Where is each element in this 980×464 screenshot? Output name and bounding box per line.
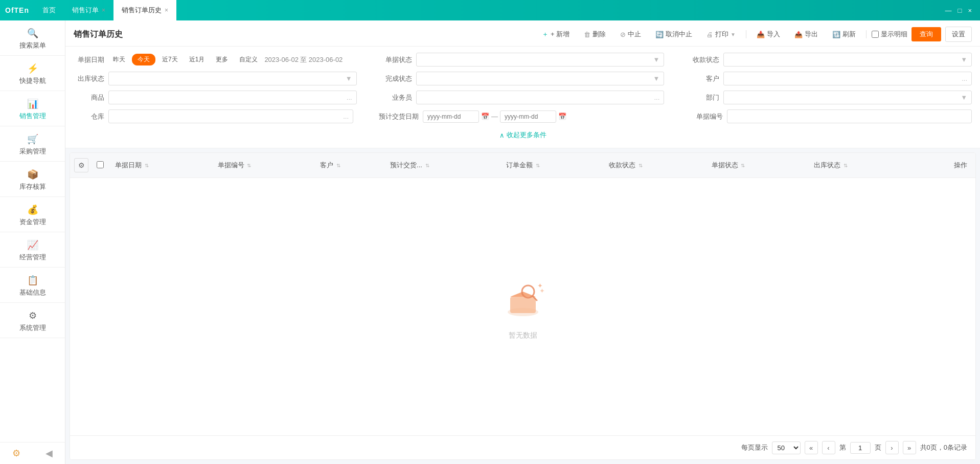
prev-page-button[interactable]: ‹ — [822, 441, 835, 454]
sidebar-item-purchase-label: 采购管理 — [19, 147, 46, 156]
goods-input[interactable]: ... — [108, 91, 357, 104]
sidebar-item-sales[interactable]: 📊 销售管理 — [0, 91, 65, 126]
next-page-button[interactable]: › — [885, 441, 899, 454]
date-btn-custom[interactable]: 自定义 — [235, 54, 262, 65]
search-menu-icon: 🔍 — [27, 28, 38, 39]
show-detail-checkbox[interactable] — [872, 31, 879, 38]
sidebar-item-inventory[interactable]: 📦 库存核算 — [0, 162, 65, 197]
content-area: 销售订单历史 ＋ + 新增 🗑 删除 ⊘ 中止 🔄 取消中止 — [65, 20, 980, 464]
sidebar-item-operations[interactable]: 📈 经营管理 — [0, 232, 65, 268]
table-settings-icon[interactable]: ⚙ — [74, 158, 88, 172]
goods-dots-icon[interactable]: ... — [347, 94, 352, 101]
delivery-end-cal-icon[interactable]: 📅 — [558, 113, 566, 120]
salesperson-input[interactable]: ... — [416, 91, 665, 104]
th-receipt-label: 收款状态 — [609, 161, 635, 169]
th-bill-status-sort-icon[interactable]: ⇅ — [741, 163, 745, 168]
complete-status-control: ▼ — [416, 72, 665, 85]
date-btn-today[interactable]: 今天 — [132, 54, 155, 65]
export-button[interactable]: 📤 导出 — [789, 27, 823, 41]
system-icon: ⚙ — [29, 310, 37, 321]
warehouse-dots-icon[interactable]: ... — [343, 113, 349, 120]
warehouse-input[interactable]: ... — [108, 109, 353, 123]
refresh-button[interactable]: 🔃 刷新 — [827, 27, 861, 41]
date-btn-7days[interactable]: 近7天 — [157, 54, 183, 65]
tab-sales-order[interactable]: 销售订单 × — [64, 0, 113, 20]
th-amount-sort-icon[interactable]: ⇅ — [536, 163, 540, 168]
complete-status-select[interactable]: ▼ — [416, 72, 665, 85]
close-tab-sales-order-icon[interactable]: × — [102, 7, 105, 14]
collapse-arrow-icon: ∧ — [499, 131, 505, 139]
th-receipt: 收款状态 ⇅ — [605, 153, 708, 178]
th-bill-status: 单据状态 ⇅ — [708, 153, 810, 178]
maximize-icon[interactable]: □ — [958, 7, 962, 14]
sidebar-item-base[interactable]: 📋 基础信息 — [0, 268, 65, 303]
query-button[interactable]: 查询 — [911, 27, 941, 41]
per-page-label: 每页显示 — [741, 443, 768, 452]
svg-text:✦: ✦ — [539, 287, 545, 295]
stop-button[interactable]: ⊘ 中止 — [615, 27, 646, 41]
date-btn-1month[interactable]: 近1月 — [185, 54, 210, 65]
th-delivery-sort-icon[interactable]: ⇅ — [425, 163, 429, 168]
th-customer: 客户 ⇅ — [316, 153, 386, 178]
sidebar-item-search-menu-label: 搜索菜单 — [19, 41, 46, 50]
close-tab-history-icon[interactable]: × — [165, 7, 168, 14]
date-btn-more[interactable]: 更多 — [211, 54, 233, 65]
delete-icon: 🗑 — [584, 31, 590, 38]
th-out-status-sort-icon[interactable]: ⇅ — [844, 163, 848, 168]
page-number-input[interactable] — [850, 442, 871, 454]
per-page-select[interactable]: 50 10 20 100 — [772, 441, 801, 454]
sidebar-item-finance[interactable]: 💰 资金管理 — [0, 197, 65, 232]
date-btn-yesterday[interactable]: 昨天 — [108, 54, 130, 65]
toolbar-divider — [746, 30, 746, 38]
tab-sales-order-history[interactable]: 销售订单历史 × — [113, 0, 176, 20]
out-status-select[interactable]: ▼ — [108, 72, 357, 85]
th-customer-sort-icon[interactable]: ⇅ — [336, 163, 340, 168]
total-records: 共0页，0条记录 — [920, 443, 967, 452]
sidebar-item-system[interactable]: ⚙ 系统管理 — [0, 303, 65, 338]
th-date: 单据日期 ⇅ — [111, 153, 214, 178]
delete-button[interactable]: 🗑 删除 — [579, 27, 611, 41]
empty-text: 暂无数据 — [509, 331, 537, 340]
th-receipt-sort-icon[interactable]: ⇅ — [639, 163, 643, 168]
customer-dots-icon[interactable]: ... — [962, 75, 967, 82]
bill-no-input[interactable] — [727, 109, 972, 123]
th-no-sort-icon[interactable]: ⇅ — [247, 163, 251, 168]
new-button[interactable]: ＋ + 新增 — [537, 27, 575, 41]
tab-home[interactable]: 首页 — [34, 0, 64, 20]
out-status-control: ▼ — [108, 72, 357, 85]
import-button[interactable]: 📥 导入 — [751, 27, 785, 41]
print-button[interactable]: 🖨 打印 ▼ — [701, 27, 741, 41]
bill-no-label: 单据编号 — [692, 112, 723, 121]
salesperson-dots-icon[interactable]: ... — [654, 94, 660, 101]
warehouse-control: ... — [108, 109, 353, 123]
close-window-icon[interactable]: × — [968, 7, 972, 14]
dept-select[interactable]: ▼ — [723, 91, 972, 104]
th-date-sort-icon[interactable]: ⇅ — [145, 163, 149, 168]
sidebar-item-purchase[interactable]: 🛒 采购管理 — [0, 126, 65, 162]
first-page-button[interactable]: « — [805, 441, 818, 454]
print-icon: 🖨 — [706, 31, 713, 38]
sidebar-item-search-menu[interactable]: 🔍 搜索菜单 — [0, 20, 65, 56]
sidebar-settings-icon[interactable]: ⚙ — [12, 448, 20, 459]
bill-status-label: 单据状态 — [381, 55, 412, 64]
sidebar-item-quick-nav[interactable]: ⚡ 快捷导航 — [0, 56, 65, 91]
stop-icon: ⊘ — [620, 31, 626, 38]
delivery-date-start-input[interactable] — [423, 111, 479, 123]
cancel-stop-button[interactable]: 🔄 取消中止 — [650, 27, 697, 41]
sidebar-collapse-icon[interactable]: ◀ — [45, 448, 53, 459]
receipt-status-select[interactable]: ▼ — [723, 53, 972, 67]
bill-status-select[interactable]: ▼ — [416, 53, 665, 67]
tab-home-label: 首页 — [42, 6, 56, 15]
delivery-date-end-input[interactable] — [500, 111, 556, 123]
out-status-arrow-icon: ▼ — [346, 75, 352, 82]
receipt-status-label: 收款状态 — [689, 55, 719, 64]
customer-input[interactable]: ... — [723, 72, 972, 85]
last-page-button[interactable]: » — [903, 441, 916, 454]
collapse-bar[interactable]: ∧ 收起更多条件 — [74, 128, 972, 142]
settings-button[interactable]: 设置 — [945, 27, 972, 42]
select-all-checkbox[interactable] — [97, 161, 104, 168]
delivery-start-cal-icon[interactable]: 📅 — [481, 113, 489, 120]
brand-logo: OfTEn — [0, 6, 34, 14]
filter-row-2: 出库状态 ▼ 完成状态 ▼ 客户 ... — [74, 72, 972, 85]
minimize-icon[interactable]: — — [945, 7, 952, 14]
